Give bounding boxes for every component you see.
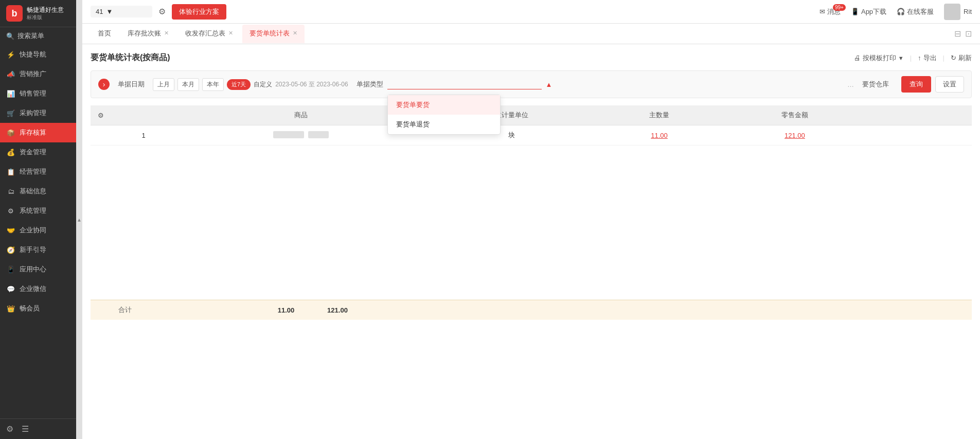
topbar-settings-icon[interactable]: ⚙: [158, 7, 166, 16]
sidebar-item-member[interactable]: 👑 畅会员: [0, 299, 76, 318]
user-group[interactable]: Rit: [944, 4, 972, 20]
tab-close-receive-summary[interactable]: ✕: [228, 30, 233, 36]
headset-icon: 🎧: [897, 8, 905, 15]
trial-btn[interactable]: 体验行业方案: [172, 4, 226, 20]
tab-close-order-stats[interactable]: ✕: [293, 30, 297, 36]
refresh-btn[interactable]: ↻ 刷新: [951, 53, 972, 63]
footer-amount-total: 121.00: [312, 306, 363, 314]
sidebar-item-label: 新手引导: [20, 245, 46, 254]
sidebar-item-quick-nav[interactable]: ⚡ 快捷导航: [0, 45, 76, 64]
table-container: ⚙ 商品 主计量单位 主数量 零售金额 1: [91, 105, 972, 145]
store-selector[interactable]: 41 ▼: [91, 6, 152, 17]
topbar-right: ✉ 消息 99+ 📱 App下载 🎧 在线客服 Rit: [819, 4, 972, 20]
brand-name: 畅捷通好生意: [27, 6, 64, 14]
tab-home[interactable]: 首页: [91, 25, 118, 43]
row-qty-cell[interactable]: 11.00: [598, 125, 721, 145]
tab-order-stats[interactable]: 要货单统计表 ✕: [242, 25, 305, 43]
print-btn[interactable]: 🖨 按模板打印 ▼: [854, 53, 904, 63]
user-avatar: [944, 4, 960, 20]
footer-qty-total: 11.00: [260, 306, 312, 314]
finance-icon: 💰: [6, 148, 15, 157]
filter-more-btn[interactable]: …: [847, 81, 854, 88]
divider2: |: [943, 54, 945, 62]
date-custom-btn[interactable]: 自定义: [254, 80, 272, 89]
date-filter-label: 单据日期: [118, 80, 145, 89]
search-icon: 🔍: [6, 32, 14, 40]
username-label: Rit: [964, 8, 972, 15]
page-title: 要货单统计表(按商品): [91, 52, 170, 63]
online-service-group[interactable]: 🎧 在线客服: [897, 7, 934, 16]
sidebar-search[interactable]: 🔍 搜索菜单: [0, 27, 76, 45]
sidebar-item-label: 采购管理: [20, 108, 46, 118]
tab-receive-summary[interactable]: 收发存汇总表 ✕: [178, 25, 240, 43]
col-settings[interactable]: ⚙: [91, 105, 111, 125]
app-logo-icon: b: [6, 5, 23, 22]
date-year-btn[interactable]: 本年: [202, 78, 224, 91]
export-icon: ↑: [918, 54, 921, 62]
filter-expand-btn[interactable]: ›: [98, 79, 110, 90]
sidebar-item-finance[interactable]: 💰 资金管理: [0, 142, 76, 162]
row-settings-cell: [91, 125, 111, 145]
qty-value[interactable]: 11.00: [651, 132, 668, 139]
tabbar-expand-icon[interactable]: ⊡: [965, 29, 972, 39]
col-extra1: [868, 105, 920, 125]
sidebar-item-enterprise[interactable]: 🤝 企业协同: [0, 221, 76, 240]
table-footer: 合计 11.00 121.00: [91, 300, 972, 320]
date-filter-group: 上月 本月 本年 近7天 自定义 2023-05-06 至 2023-06-06: [153, 78, 348, 91]
sidebar-item-operation[interactable]: 📋 经营管理: [0, 162, 76, 181]
settings-bottom-icon[interactable]: ⚙: [6, 424, 13, 434]
sidebar: b 畅捷通好生意 标准版 🔍 搜索菜单 ⚡ 快捷导航 📣 营销推广 📊 销售管理…: [0, 0, 76, 439]
col-index: [111, 105, 176, 125]
page-header: 要货单统计表(按商品) 🖨 按模板打印 ▼ | ↑ 导出 | ↻: [91, 52, 972, 63]
date-range-display: 2023-05-06 至 2023-06-06: [275, 80, 348, 89]
sidebar-item-label: 系统管理: [20, 206, 46, 215]
refresh-icon: ↻: [951, 54, 956, 62]
sidebar-bottom: ⚙ ☰: [0, 418, 76, 439]
tab-label: 要货单统计表: [250, 29, 290, 38]
dropdown-item-order-goods[interactable]: 要货单要货: [388, 95, 500, 115]
sidebar-item-label: 快捷导航: [20, 50, 46, 59]
query-btn[interactable]: 查询: [901, 76, 931, 93]
dropdown-item-order-return[interactable]: 要货单退货: [388, 115, 500, 134]
sidebar-item-basic[interactable]: 🗂 基础信息: [0, 181, 76, 201]
col-qty: 主数量: [598, 105, 721, 125]
sidebar-item-inventory[interactable]: 📦 库存核算: [0, 123, 76, 142]
sidebar-item-label: 企业协同: [20, 226, 46, 235]
export-btn[interactable]: ↑ 导出: [918, 53, 937, 63]
row-amount-cell[interactable]: 121.00: [721, 125, 869, 145]
tab-close-inventory-batch[interactable]: ✕: [164, 30, 169, 36]
page-actions: 🖨 按模板打印 ▼ | ↑ 导出 | ↻ 刷新: [854, 53, 972, 63]
sidebar-item-label: 营销推广: [20, 69, 46, 79]
tab-label: 库存批次账: [128, 29, 161, 38]
doc-type-input[interactable]: [387, 79, 542, 89]
tab-inventory-batch[interactable]: 库存批次账 ✕: [120, 25, 176, 43]
member-icon: 👑: [6, 304, 15, 313]
col-extra2: [920, 105, 972, 125]
app-download-group[interactable]: 📱 App下载: [851, 7, 886, 16]
sidebar-item-app-center[interactable]: 📱 应用中心: [0, 260, 76, 279]
date-up-btn[interactable]: 上月: [153, 78, 174, 91]
col-amount: 零售金额: [721, 105, 869, 125]
menu-toggle-icon[interactable]: ☰: [22, 424, 29, 434]
operation-icon: 📋: [6, 167, 15, 176]
print-icon: 🖨: [854, 54, 861, 62]
sidebar-item-system[interactable]: ⚙ 系统管理: [0, 201, 76, 221]
wechat-icon: 💬: [6, 284, 15, 294]
tabbar-minimize-icon[interactable]: ⊟: [954, 29, 961, 39]
amount-value[interactable]: 121.00: [785, 132, 805, 139]
sidebar-item-purchase[interactable]: 🛒 采购管理: [0, 103, 76, 123]
settings-filter-btn[interactable]: 设置: [935, 76, 964, 93]
page-content: 要货单统计表(按商品) 🖨 按模板打印 ▼ | ↑ 导出 | ↻: [82, 44, 980, 439]
sidebar-nav: ⚡ 快捷导航 📣 营销推广 📊 销售管理 🛒 采购管理 📦 库存核算 💰 资金管…: [0, 45, 76, 418]
sidebar-item-wechat[interactable]: 💬 企业微信: [0, 279, 76, 299]
print-dropdown-icon: ▼: [898, 55, 904, 61]
sidebar-collapse-handle[interactable]: ▲: [76, 0, 82, 439]
sidebar-item-sales[interactable]: 📊 销售管理: [0, 84, 76, 103]
date-week7-btn[interactable]: 近7天: [227, 79, 251, 90]
sidebar-item-marketing[interactable]: 📣 营销推广: [0, 64, 76, 84]
messages-group[interactable]: ✉ 消息 99+: [819, 7, 841, 16]
doc-type-arrow-icon[interactable]: ▲: [546, 81, 553, 88]
sidebar-item-guide[interactable]: 🧭 新手引导: [0, 240, 76, 260]
sidebar-item-label: 经营管理: [20, 167, 46, 176]
date-current-btn[interactable]: 本月: [177, 78, 199, 91]
